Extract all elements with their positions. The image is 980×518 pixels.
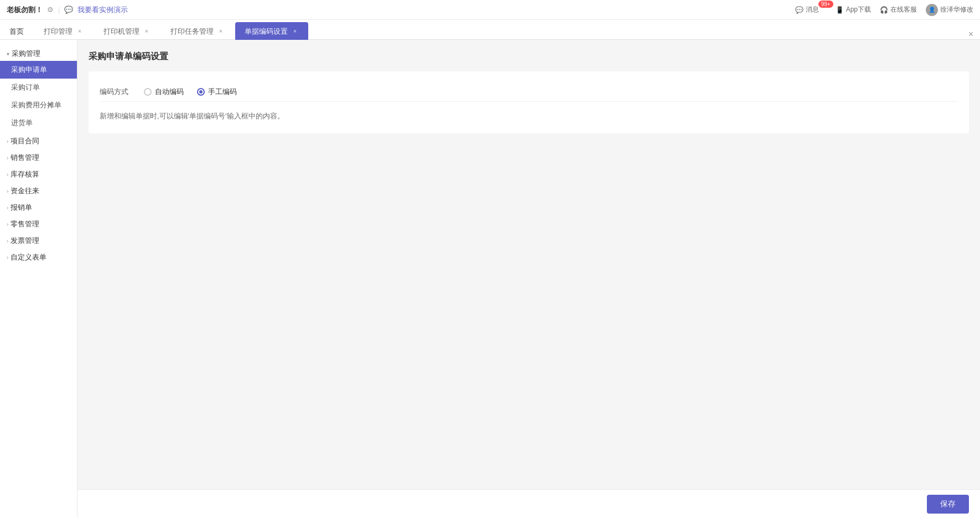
tab-bar: 首页 打印管理 × 打印机管理 × 打印任务管理 × 单据编码设置 × × xyxy=(0,20,980,40)
encoding-row: 编码方式 自动编码 手工编码 xyxy=(100,82,958,102)
encoding-label: 编码方式 xyxy=(100,87,133,97)
sidebar-group-project-contract-arrow: › xyxy=(7,138,8,144)
sidebar-group-sales-mgmt-label: 销售管理 xyxy=(11,153,39,163)
top-bar: 老板勿割！ ⚙ | 💬 我要看实例演示 💬 消息 99+ 📱 App下载 🎧 在… xyxy=(0,0,980,20)
message-label: 消息 xyxy=(806,5,819,14)
user-info[interactable]: 👤 徐泽华修改 xyxy=(926,4,973,16)
sidebar-group-custom-forms-label: 自定义表单 xyxy=(11,252,46,262)
radio-manual-circle xyxy=(197,88,205,96)
demo-icon: 💬 xyxy=(64,6,73,14)
radio-auto-encoding[interactable]: 自动编码 xyxy=(144,87,184,97)
settings-card: 编码方式 自动编码 手工编码 新增和编辑单据时,可以编辑'单据编码号'输入框中的… xyxy=(89,71,969,133)
tab-print-mgmt-label: 打印管理 xyxy=(44,27,72,37)
sidebar-group-retail-mgmt[interactable]: › 零售管理 xyxy=(0,215,77,231)
sidebar-item-purchase-order-label: 采购订单 xyxy=(11,83,40,91)
bottom-bar: 保存 xyxy=(77,489,980,518)
tab-barcode-settings[interactable]: 单据编码设置 × xyxy=(235,22,308,40)
sidebar: ▾ 采购管理 采购申请单 采购订单 采购费用分摊单 进货单 › 项目合同 › 销… xyxy=(0,40,77,518)
top-bar-left: 老板勿割！ ⚙ | 💬 我要看实例演示 xyxy=(7,5,128,15)
online-service-label: 在线客服 xyxy=(890,5,917,14)
avatar: 👤 xyxy=(926,4,938,16)
main-layout: ▾ 采购管理 采购申请单 采购订单 采购费用分摊单 进货单 › 项目合同 › 销… xyxy=(0,40,980,518)
settings-icon[interactable]: ⚙ xyxy=(47,6,54,14)
online-service-button[interactable]: 🎧 在线客服 xyxy=(880,5,917,14)
headset-icon: 🎧 xyxy=(880,6,888,14)
tab-print-mgmt-close[interactable]: × xyxy=(76,28,84,35)
sidebar-group-purchase[interactable]: ▾ 采购管理 xyxy=(0,44,77,61)
sidebar-item-purchase-request[interactable]: 采购申请单 xyxy=(0,61,77,79)
sidebar-group-inventory-label: 库存核算 xyxy=(11,169,39,179)
app-download-label: App下载 xyxy=(846,5,871,14)
tab-print-mgmt[interactable]: 打印管理 × xyxy=(34,22,93,40)
top-bar-divider: | xyxy=(58,6,60,14)
message-icon: 💬 xyxy=(795,6,803,14)
sidebar-group-capital-arrow: › xyxy=(7,188,8,194)
sidebar-section-purchase: ▾ 采购管理 采购申请单 采购订单 采购费用分摊单 进货单 xyxy=(0,44,77,132)
sidebar-group-invoice-mgmt[interactable]: › 发票管理 xyxy=(0,231,77,248)
app-download-button[interactable]: 📱 App下载 xyxy=(836,5,871,14)
message-button[interactable]: 💬 消息 99+ xyxy=(795,5,827,14)
radio-manual-encoding[interactable]: 手工编码 xyxy=(197,87,237,97)
sidebar-group-sales-mgmt[interactable]: › 销售管理 xyxy=(0,148,77,165)
sidebar-group-retail-mgmt-arrow: › xyxy=(7,221,8,227)
user-name: 徐泽华修改 xyxy=(940,5,973,14)
sidebar-group-custom-forms-arrow: › xyxy=(7,255,8,261)
radio-manual-label: 手工编码 xyxy=(208,87,237,97)
sidebar-group-returns-label: 报销单 xyxy=(11,203,32,213)
tab-printer-mgmt-label: 打印机管理 xyxy=(103,27,139,37)
tab-barcode-settings-close[interactable]: × xyxy=(291,28,299,35)
sidebar-group-custom-forms[interactable]: › 自定义表单 xyxy=(0,248,77,265)
demo-text[interactable]: 我要看实例演示 xyxy=(77,5,128,15)
tab-print-task-mgmt-label: 打印任务管理 xyxy=(170,27,214,37)
sidebar-group-project-contract-label: 项目合同 xyxy=(11,136,39,146)
hint-text: 新增和编辑单据时,可以编辑'单据编码号'输入框中的内容。 xyxy=(100,111,958,122)
page-title: 采购申请单编码设置 xyxy=(89,51,969,63)
sidebar-group-returns-arrow: › xyxy=(7,205,8,211)
radio-group-encoding: 自动编码 手工编码 xyxy=(144,87,237,97)
message-badge: 99+ xyxy=(818,1,833,8)
sidebar-group-invoice-mgmt-label: 发票管理 xyxy=(11,236,39,246)
sidebar-group-returns[interactable]: › 报销单 xyxy=(0,198,77,215)
sidebar-group-retail-mgmt-label: 零售管理 xyxy=(11,219,39,229)
tab-printer-mgmt[interactable]: 打印机管理 × xyxy=(94,22,160,40)
top-bar-right: 💬 消息 99+ 📱 App下载 🎧 在线客服 👤 徐泽华修改 xyxy=(795,4,973,16)
radio-auto-label: 自动编码 xyxy=(155,87,184,97)
sidebar-item-purchase-order[interactable]: 采购订单 xyxy=(0,79,77,96)
sidebar-group-invoice-mgmt-arrow: › xyxy=(7,238,8,244)
app-icon: 📱 xyxy=(836,6,844,14)
sidebar-item-receipt-label: 进货单 xyxy=(11,118,33,127)
radio-auto-circle xyxy=(144,88,152,96)
sidebar-group-project-contract[interactable]: › 项目合同 xyxy=(0,132,77,148)
tab-barcode-settings-label: 单据编码设置 xyxy=(245,27,288,37)
sidebar-group-purchase-label: 采购管理 xyxy=(12,49,40,59)
sidebar-group-inventory[interactable]: › 库存核算 xyxy=(0,165,77,182)
content-main: 采购申请单编码设置 编码方式 自动编码 手工编码 xyxy=(77,40,980,489)
save-button[interactable]: 保存 xyxy=(927,495,969,514)
sidebar-item-receipt[interactable]: 进货单 xyxy=(0,114,77,132)
tab-printer-mgmt-close[interactable]: × xyxy=(143,28,151,35)
content-area: 采购申请单编码设置 编码方式 自动编码 手工编码 xyxy=(77,40,980,518)
sidebar-item-purchase-expense[interactable]: 采购费用分摊单 xyxy=(0,96,77,114)
sidebar-group-purchase-arrow: ▾ xyxy=(7,51,9,57)
home-tab-label: 首页 xyxy=(9,27,24,37)
sidebar-group-capital-label: 资金往来 xyxy=(11,186,39,196)
sidebar-item-purchase-request-label: 采购申请单 xyxy=(11,65,47,74)
tab-print-task-mgmt-close[interactable]: × xyxy=(217,28,225,35)
sidebar-group-capital[interactable]: › 资金往来 xyxy=(0,182,77,198)
sidebar-group-inventory-arrow: › xyxy=(7,172,8,178)
sidebar-group-sales-mgmt-arrow: › xyxy=(7,155,8,161)
tab-home[interactable]: 首页 xyxy=(0,22,33,40)
sidebar-item-purchase-expense-label: 采购费用分摊单 xyxy=(11,101,61,109)
close-all-tabs-button[interactable]: × xyxy=(962,29,980,39)
tab-print-task-mgmt[interactable]: 打印任务管理 × xyxy=(161,22,234,40)
logo-text: 老板勿割！ xyxy=(7,5,43,15)
